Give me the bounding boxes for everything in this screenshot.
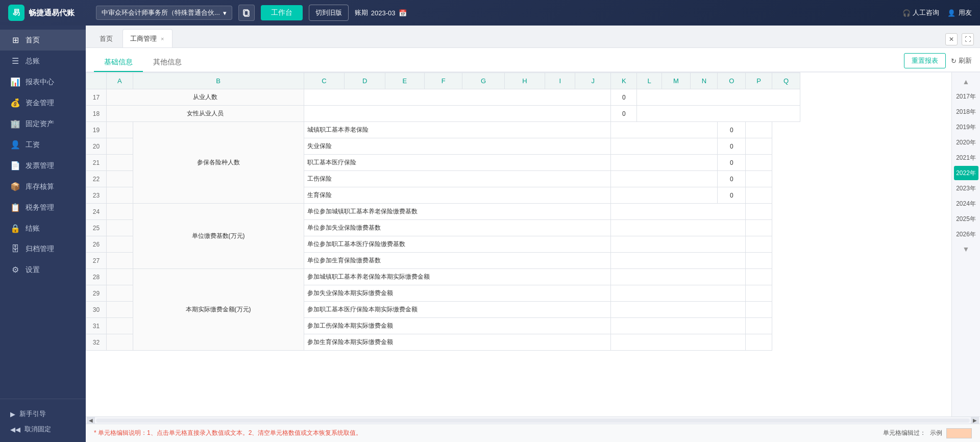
cell-18-a[interactable]: 女性从业人员 xyxy=(107,106,304,122)
cell-28-q[interactable] xyxy=(746,269,772,285)
cell-26-rest[interactable] xyxy=(610,236,745,253)
col-header-b[interactable]: B xyxy=(133,73,304,89)
cell-21-sub[interactable]: 职工基本医疗保险 xyxy=(304,155,610,171)
cell-27-rest[interactable] xyxy=(610,253,745,269)
cell-17-k[interactable]: 0 xyxy=(610,89,637,106)
cell-22-k[interactable] xyxy=(610,171,717,187)
cell-32-q[interactable] xyxy=(746,334,772,351)
col-header-h[interactable]: H xyxy=(504,73,545,89)
h-scroll-left-button[interactable]: ◀ xyxy=(87,417,95,424)
cell-20-sub[interactable]: 失业保险 xyxy=(304,138,610,155)
col-header-k[interactable]: K xyxy=(610,73,637,89)
cell-29-sub[interactable]: 参加失业保险本期实际缴费金额 xyxy=(304,285,610,302)
col-header-i[interactable]: I xyxy=(545,73,575,89)
cell-26-q[interactable] xyxy=(746,236,772,253)
cell-27-q[interactable] xyxy=(746,253,772,269)
h-scroll-track[interactable] xyxy=(96,419,970,423)
cell-30-rest[interactable] xyxy=(610,302,745,318)
cell-19-k[interactable] xyxy=(610,122,717,138)
cell-27-a[interactable] xyxy=(107,253,133,269)
cell-20-k[interactable] xyxy=(610,138,717,155)
sidebar-item-ledger[interactable]: ☰ 总账 xyxy=(0,51,86,71)
cell-20-a[interactable] xyxy=(107,138,133,155)
calendar-icon[interactable]: 📅 xyxy=(399,9,407,17)
cell-21-q[interactable] xyxy=(746,155,772,171)
sidebar-item-close[interactable]: 🔒 结账 xyxy=(0,218,86,239)
year-2021[interactable]: 2021年 xyxy=(954,151,978,165)
year-2018[interactable]: 2018年 xyxy=(954,105,978,119)
cell-22-sub[interactable]: 工伤保险 xyxy=(304,171,610,187)
spreadsheet-container[interactable]: A B C D E F G H I J K L M xyxy=(86,72,951,416)
user-area[interactable]: 👤 用友 xyxy=(947,8,972,17)
col-header-f[interactable]: F xyxy=(424,73,462,89)
tab-expand-button[interactable]: ⛶ xyxy=(962,33,974,45)
cell-17-a[interactable]: 从业人数 xyxy=(107,89,304,106)
col-header-n[interactable]: N xyxy=(691,73,718,89)
consultant-button[interactable]: 🎧 人工咨询 xyxy=(902,8,939,17)
col-header-c[interactable]: C xyxy=(304,73,345,89)
cell-30-sub[interactable]: 参加职工基本医疗保险本期实际缴费金额 xyxy=(304,302,610,318)
copy-button[interactable] xyxy=(238,5,255,21)
cell-29-q[interactable] xyxy=(746,285,772,302)
cell-24-q[interactable] xyxy=(746,204,772,220)
year-nav-down[interactable]: ▼ xyxy=(957,243,975,255)
year-2022[interactable]: 2022年 xyxy=(954,166,978,180)
sidebar-item-reports[interactable]: 📊 报表中心 xyxy=(0,71,86,92)
cell-25-a[interactable] xyxy=(107,220,133,236)
cell-29-a[interactable] xyxy=(107,285,133,302)
sidebar-item-archive[interactable]: 🗄 归档管理 xyxy=(0,239,86,259)
cell-31-sub[interactable]: 参加工伤保险本期实际缴费金额 xyxy=(304,318,610,334)
workbench-button[interactable]: 工作台 xyxy=(261,5,303,20)
oldversion-button[interactable]: 切到旧版 xyxy=(309,5,349,21)
cell-17-c[interactable] xyxy=(304,89,610,106)
cell-19-q[interactable] xyxy=(746,122,772,138)
unfix-button[interactable]: ◀◀ 取消固定 xyxy=(10,423,76,436)
col-header-g[interactable]: G xyxy=(462,73,504,89)
col-header-q[interactable]: Q xyxy=(772,73,800,89)
cell-19-b[interactable]: 参保各险种人数 xyxy=(133,122,304,204)
cell-20-p[interactable]: 0 xyxy=(718,138,746,155)
sidebar-item-invoice[interactable]: 📄 发票管理 xyxy=(0,155,86,176)
cell-27-sub[interactable]: 单位参加生育保险缴费基数 xyxy=(304,253,610,269)
cell-28-b[interactable]: 本期实际缴费金额(万元) xyxy=(133,269,304,351)
cell-23-p[interactable]: 0 xyxy=(718,187,746,204)
cell-20-q[interactable] xyxy=(746,138,772,155)
cell-26-sub[interactable]: 单位参加职工基本医疗保险缴费基数 xyxy=(304,236,610,253)
cell-21-k[interactable] xyxy=(610,155,717,171)
tab-close-window-button[interactable]: ✕ xyxy=(945,33,958,45)
cell-28-rest[interactable] xyxy=(610,269,745,285)
cell-21-p[interactable]: 0 xyxy=(718,155,746,171)
cell-18-c[interactable] xyxy=(304,106,610,122)
cell-29-rest[interactable] xyxy=(610,285,745,302)
cell-25-q[interactable] xyxy=(746,220,772,236)
year-2026[interactable]: 2026年 xyxy=(954,227,978,241)
cell-31-q[interactable] xyxy=(746,318,772,334)
cell-19-a[interactable] xyxy=(107,122,133,138)
cell-32-a[interactable] xyxy=(107,334,133,351)
year-2023[interactable]: 2023年 xyxy=(954,181,978,195)
col-header-l[interactable]: L xyxy=(637,73,662,89)
cell-19-p[interactable]: 0 xyxy=(718,122,746,138)
year-2017[interactable]: 2017年 xyxy=(954,89,978,104)
cell-28-sub[interactable]: 参加城镇职工基本养老保险本期实际缴费金额 xyxy=(304,269,610,285)
cell-24-a[interactable] xyxy=(107,204,133,220)
cell-30-a[interactable] xyxy=(107,302,133,318)
cell-23-a[interactable] xyxy=(107,187,133,204)
year-2024[interactable]: 2024年 xyxy=(954,197,978,211)
refresh-button[interactable]: ↻ 刷新 xyxy=(951,56,972,65)
cell-22-q[interactable] xyxy=(746,171,772,187)
cell-25-sub[interactable]: 单位参加失业保险缴费基数 xyxy=(304,220,610,236)
h-scrollbar-area[interactable]: ◀ ▶ xyxy=(86,416,980,424)
sidebar-item-capital[interactable]: 💰 资金管理 xyxy=(0,92,86,113)
h-scroll-right-button[interactable]: ▶ xyxy=(971,417,979,424)
new-user-button[interactable]: ▶ 新手引导 xyxy=(10,405,76,423)
cell-32-rest[interactable] xyxy=(610,334,745,351)
cell-24-rest[interactable] xyxy=(610,204,745,220)
cell-31-rest[interactable] xyxy=(610,318,745,334)
year-2019[interactable]: 2019年 xyxy=(954,120,978,134)
cell-23-sub[interactable]: 生育保险 xyxy=(304,187,610,204)
sidebar-item-assets[interactable]: 🏢 固定资产 xyxy=(0,113,86,134)
cell-32-sub[interactable]: 参加生育保险本期实际缴费金额 xyxy=(304,334,610,351)
col-header-o[interactable]: O xyxy=(718,73,746,89)
cell-24-sub[interactable]: 单位参加城镇职工基本养老保险缴费基数 xyxy=(304,204,610,220)
